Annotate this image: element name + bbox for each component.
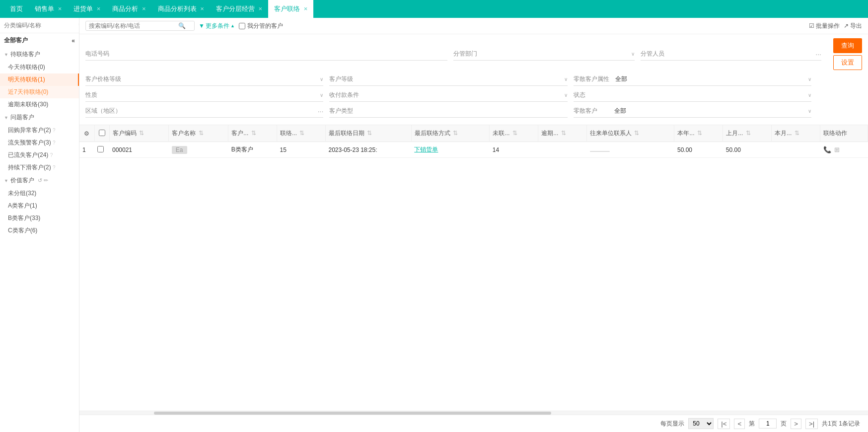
th-overdue[interactable]: 逾期... ⇅: [538, 125, 587, 142]
row-checkbox[interactable]: [97, 146, 104, 152]
sidebar-item-class-c[interactable]: C类客户(6): [0, 224, 79, 237]
dept-label: 分管部门: [453, 50, 488, 58]
status-field[interactable]: 状态 ∨: [574, 89, 811, 102]
th-code[interactable]: 客户编码 ⇅: [109, 125, 169, 142]
sidebar-item-lost-warning[interactable]: 流失预警客户(3) ?: [0, 137, 79, 149]
dept-chevron-icon: ∨: [631, 51, 635, 57]
retail-attr-field[interactable]: 零散客户属性 全部 ∨: [574, 73, 811, 86]
select-all-checkbox[interactable]: [99, 130, 105, 136]
retail-customer-field[interactable]: 零散客户 全部 ∨: [574, 105, 811, 118]
sidebar-group-pending[interactable]: 待联络客户: [0, 48, 79, 61]
nature-label: 性质: [85, 91, 120, 99]
td-last-date: 2023-05-23 18:25:: [325, 142, 411, 158]
status-chevron-icon: ∨: [808, 92, 811, 98]
sidebar-group-problem[interactable]: 问题客户: [0, 111, 79, 124]
table-row: 1 000021 Ea B类客户 15 2023-05-23 18:25: 下销…: [79, 142, 868, 158]
retail-attr-value: 全部: [615, 75, 627, 83]
sidebar-item-overdue[interactable]: 逾期未联络(30): [0, 98, 79, 111]
prev-page-btn[interactable]: <: [734, 419, 745, 429]
table-header-row: ⚙ 客户编码 ⇅ 客户名称 ⇅ 客户... ⇅ 联络... ⇅ 最后联络日期 ⇅…: [79, 125, 868, 142]
th-name[interactable]: 客户名称 ⇅: [169, 125, 228, 142]
sidebar-item-repurchase-abnormal[interactable]: 回购异常客户(2) ?: [0, 124, 79, 137]
contact-person-masked: [590, 151, 610, 152]
filter-row-1: 电话号码 分管部门 ∨ 分管人员 ··· 查询 设置: [85, 38, 862, 70]
last-method-link[interactable]: 下销货单: [414, 146, 438, 153]
my-customers-checkbox[interactable]: 我分管的客户: [239, 22, 283, 30]
page-input[interactable]: [759, 419, 777, 429]
expanded-filters: 电话号码 分管部门 ∨ 分管人员 ··· 查询 设置 客户价格等级: [79, 34, 868, 125]
th-this-month[interactable]: 本月... ⇅: [772, 125, 820, 142]
region-dots-icon[interactable]: ···: [318, 107, 324, 115]
search-submit-icon[interactable]: 🔍: [178, 22, 186, 29]
td-last-method[interactable]: 下销货单: [411, 142, 490, 158]
sidebar-item-tomorrow[interactable]: 明天待联络(1): [0, 73, 79, 86]
nav-product-analysis-list[interactable]: 商品分析列表 ×: [152, 0, 210, 18]
horizontal-scrollbar[interactable]: [79, 411, 868, 415]
sort-contact-person-icon: ⇅: [634, 130, 639, 137]
phone-label: 电话号码: [85, 50, 120, 58]
nav-customer-contact[interactable]: 客户联络 ×: [268, 0, 313, 18]
payment-label: 收付款条件: [329, 91, 364, 99]
per-page-label: 每页显示: [660, 420, 684, 428]
sidebar-item-lost[interactable]: 已流失客户(24) ?: [0, 149, 79, 161]
pagination-bar: 每页显示 50 100 200 |< < 第 页 > >| 共1页 1条记录: [79, 415, 868, 432]
status-label: 状态: [574, 91, 608, 99]
action-phone-icon[interactable]: 📞: [823, 146, 831, 153]
th-type[interactable]: 客户... ⇅: [228, 125, 277, 142]
batch-op-btn[interactable]: ☑ 批量操作: [809, 22, 840, 30]
th-checkbox[interactable]: [94, 125, 109, 142]
td-uncontacted: 14: [490, 142, 538, 158]
th-last-month[interactable]: 上月... ⇅: [723, 125, 772, 142]
dept-field[interactable]: 分管部门 ∨: [453, 48, 635, 61]
nav-product-analysis[interactable]: 商品分析 ×: [106, 0, 151, 18]
right-actions: ☑ 批量操作 ↗ 导出: [809, 22, 862, 30]
export-icon: ↗: [844, 22, 849, 29]
sidebar-search-input[interactable]: [4, 22, 78, 29]
top-nav: 首页 销售单 × 进货单 × 商品分析 × 商品分析列表 × 客户分层经营 × …: [0, 0, 868, 18]
more-conditions-btn[interactable]: ▼ 更多条件 ▲: [199, 22, 235, 30]
search-input[interactable]: [89, 22, 178, 29]
th-this-year[interactable]: 本年... ⇅: [674, 125, 723, 142]
th-contact-count[interactable]: 联络... ⇅: [277, 125, 326, 142]
export-btn[interactable]: ↗ 导出: [844, 22, 862, 30]
th-last-method[interactable]: 最后联络方式 ⇅: [411, 125, 490, 142]
th-contact-person[interactable]: 往来单位联系人 ⇅: [587, 125, 674, 142]
sidebar-all-customers[interactable]: 全部客户 «: [0, 33, 79, 48]
price-level-field[interactable]: 客户价格等级 ∨: [85, 73, 323, 86]
manager-field[interactable]: 分管人员 ···: [641, 48, 822, 61]
customer-type-field[interactable]: 客户类型: [329, 105, 567, 118]
next-page-btn[interactable]: >: [791, 419, 801, 429]
sidebar-item-today[interactable]: 今天待联络(0): [0, 61, 79, 73]
sidebar-item-ungrouped[interactable]: 未分组(32): [0, 187, 79, 200]
first-page-btn[interactable]: |<: [718, 419, 730, 429]
customer-level-field[interactable]: 客户等级 ∨: [329, 73, 567, 86]
th-gear[interactable]: ⚙: [79, 125, 94, 142]
action-grid-icon[interactable]: ⊞: [834, 146, 840, 153]
scrollbar-thumb[interactable]: [154, 412, 551, 415]
th-last-date[interactable]: 最后联络日期 ⇅: [325, 125, 411, 142]
sidebar-group-value[interactable]: 价值客户 ↺ ✏: [0, 174, 79, 187]
collapse-icon[interactable]: «: [72, 37, 75, 44]
nature-field[interactable]: 性质 ∨: [85, 89, 323, 102]
th-action: 联络动作: [820, 125, 868, 142]
nav-sales[interactable]: 销售单 ×: [29, 0, 68, 18]
set-button[interactable]: 设置: [833, 55, 862, 70]
sort-type-icon: ⇅: [251, 130, 256, 137]
my-customers-check[interactable]: [239, 23, 245, 29]
sidebar-item-declining[interactable]: 持续下滑客户(2) ?: [0, 161, 79, 174]
region-field[interactable]: 区域（地区） ···: [85, 105, 323, 118]
per-page-select[interactable]: 50 100 200: [688, 418, 714, 429]
query-button[interactable]: 查询: [833, 38, 862, 53]
main-layout: 🔍 全部客户 « 待联络客户 今天待联络(0) 明天待联络(1) 近7天待联络(…: [0, 18, 868, 432]
sidebar-item-class-b[interactable]: B类客户(33): [0, 212, 79, 224]
sidebar-item-class-a[interactable]: A类客户(1): [0, 200, 79, 212]
nav-customer-layered[interactable]: 客户分层经营 ×: [210, 0, 268, 18]
sidebar-item-7days[interactable]: 近7天待联络(0): [0, 86, 79, 98]
td-checkbox[interactable]: [94, 142, 109, 158]
nav-home[interactable]: 首页: [4, 0, 29, 18]
manager-dots-icon[interactable]: ···: [815, 50, 821, 58]
payment-field[interactable]: 收付款条件 ∨: [329, 89, 567, 102]
nav-purchase[interactable]: 进货单 ×: [68, 0, 106, 18]
th-uncontacted[interactable]: 未联... ⇅: [490, 125, 538, 142]
last-page-btn[interactable]: >|: [805, 419, 818, 429]
